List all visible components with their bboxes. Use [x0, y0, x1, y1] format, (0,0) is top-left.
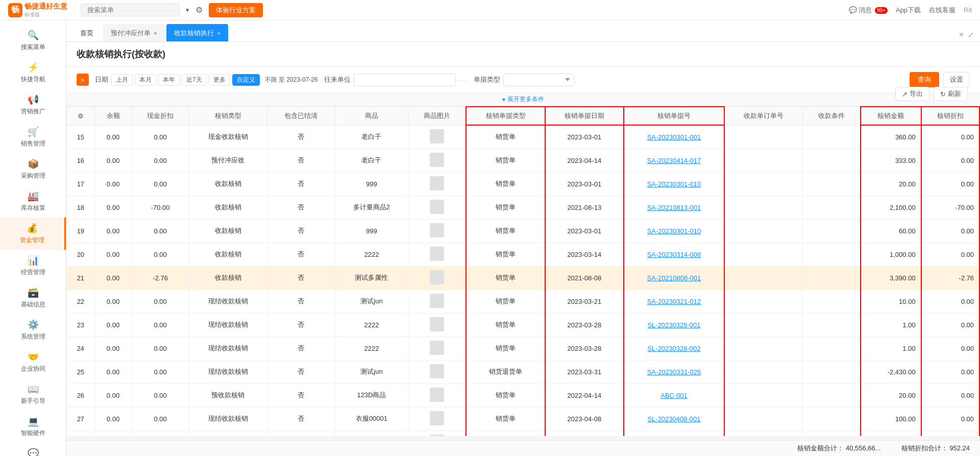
sidebar-item-marketing[interactable]: 📢 营销推广	[0, 89, 66, 121]
tab-home[interactable]: 首页	[72, 24, 101, 41]
sidebar-item-search[interactable]: 🔍 搜索菜单	[0, 25, 66, 57]
sidebar-item-base[interactable]: 🗃️ 基础信息	[0, 282, 66, 314]
cell-product-image	[408, 219, 466, 243]
cell-cancel-voucher-type: 销货单	[466, 172, 545, 196]
expand-btn[interactable]: »	[77, 74, 89, 86]
voucher-no-link[interactable]: ABC-001	[660, 392, 688, 399]
inventory-icon: 🏭	[28, 190, 39, 202]
cell-cancel-voucher-date: 2023-03-28	[545, 337, 624, 360]
cell-cancel-discount: -70.00	[921, 196, 979, 219]
cell-cash-discount: 0.00	[132, 219, 189, 243]
gear-icon[interactable]: ⚙	[195, 5, 203, 15]
marketing-icon: 📢	[28, 94, 39, 105]
cell-cancel-voucher-no[interactable]: SA-20210808-001	[624, 266, 724, 290]
date-btn-last-month[interactable]: 上月	[111, 74, 133, 86]
voucher-no-link[interactable]: SA-20230301-010	[647, 227, 701, 235]
settings-btn[interactable]: 设置	[943, 72, 970, 87]
sidebar-item-purchase[interactable]: 📦 采购管理	[0, 153, 66, 185]
voucher-no-link[interactable]: SA-20230331-026	[647, 368, 701, 376]
sidebar-item-collab[interactable]: 🤝 企业协同	[0, 346, 66, 378]
voucher-no-link[interactable]: SL-20230328-002	[647, 345, 700, 352]
date-btn-this-year[interactable]: 本年	[158, 74, 180, 86]
dropdown-btn[interactable]: ▾	[186, 6, 189, 14]
cell-cancel-voucher-no[interactable]: SA-20230301-010	[624, 219, 724, 243]
cell-cancel-amount: 3,390.00	[861, 266, 921, 290]
cancel-discount-total-label: 核销折扣合计：	[901, 444, 948, 452]
app-download-link[interactable]: App下载	[896, 6, 921, 15]
sidebar-item-guide[interactable]: 📖 新手引导	[0, 378, 66, 411]
cell-cancel-voucher-no[interactable]: SA-20210813-001	[624, 196, 724, 219]
voucher-no-link[interactable]: SL-20230408-001	[647, 415, 700, 423]
guide-icon: 📖	[28, 383, 39, 395]
tab-receipt-cancel-close[interactable]: ×	[217, 30, 220, 36]
messages-area[interactable]: 💬 消息 99+	[849, 6, 888, 15]
tab-close-all-icon[interactable]: ×	[959, 30, 964, 39]
date-btn-this-month[interactable]: 本月	[135, 74, 156, 86]
sidebar-item-shortcut[interactable]: ⚡ 快捷导航	[0, 57, 66, 89]
cell-cancel-voucher-no[interactable]: SL-20230328-001	[624, 313, 724, 337]
tab-receipt-cancel[interactable]: 收款核销执行 ×	[166, 24, 228, 41]
tab-prepay[interactable]: 预付冲应付单 ×	[103, 24, 164, 41]
voucher-no-link[interactable]: SA-20230301-010	[647, 180, 701, 188]
cell-cancel-voucher-no[interactable]: SA-20230321-012	[624, 290, 724, 313]
industry-solution-btn[interactable]: 体验行业方案	[209, 3, 263, 17]
voucher-no-link[interactable]: SA-20210813-001	[647, 204, 701, 211]
cell-include-cleared: 否	[267, 290, 335, 313]
page-header-actions: ↗ 导出 ↻ 刷新	[895, 87, 968, 101]
tab-prepay-close[interactable]: ×	[154, 30, 157, 36]
partner-input[interactable]	[354, 74, 456, 86]
export-btn[interactable]: ↗ 导出	[895, 87, 929, 101]
user-avatar[interactable]: Rit	[964, 6, 972, 14]
sidebar-item-sales[interactable]: 🛒 销售管理	[0, 121, 66, 153]
sidebar-item-system[interactable]: ⚙️ 系统管理	[0, 314, 66, 346]
search-input[interactable]	[81, 4, 180, 16]
sidebar-item-wechat[interactable]: 💬 企业微信	[0, 443, 66, 456]
cell-receipt-order-no	[724, 243, 803, 266]
cell-cancel-discount: 0.00	[921, 337, 979, 360]
online-support-link[interactable]: 在线客服	[929, 6, 955, 15]
voucher-no-link[interactable]: SA-20230414-017	[647, 157, 701, 164]
cell-cancel-voucher-no[interactable]: SL-20230408-001	[624, 407, 724, 430]
query-btn[interactable]: 查询	[910, 72, 939, 87]
cell-cancel-voucher-no[interactable]: SA-20230331-026	[624, 360, 724, 383]
cell-receipt-order-no	[724, 383, 803, 407]
cell-cancel-discount: 0.00	[921, 383, 979, 407]
table-header-row: ⚙ 余额 现金折扣 核销类型 包含已结清 商品 商品图片 核销单据类型 核销单据…	[67, 107, 980, 125]
voucher-type-select[interactable]	[503, 74, 575, 86]
cell-receipt-order-no	[724, 125, 803, 149]
expand-more-btn[interactable]: ▾ 展开更多条件	[502, 95, 544, 104]
cell-cancel-voucher-no[interactable]: SL-20230328-002	[624, 337, 724, 360]
voucher-no-link[interactable]: SA-20230321-012	[647, 298, 701, 305]
date-filter-group: 日期 上月 本月 本年 近7天 更多 自定义 不限 至 2023-07-26	[95, 74, 318, 86]
tab-bar: 首页 预付冲应付单 × 收款核销执行 × × ⤢	[66, 20, 980, 42]
voucher-no-link[interactable]: SL-20230328-001	[647, 321, 700, 329]
table-row: 21 0.00 -2.76 收款核销 否 测试多属性 销货单 2021-08-0…	[67, 266, 980, 290]
sidebar-item-finance[interactable]: 💰 资金管理	[0, 218, 66, 250]
partner-filter-group: 往来单位 ···	[324, 74, 468, 86]
col-settings-header[interactable]: ⚙	[67, 107, 95, 125]
cell-cancel-voucher-no[interactable]: ABC-001	[624, 383, 724, 407]
date-btn-custom[interactable]: 自定义	[232, 74, 260, 86]
cell-cancel-voucher-no[interactable]: SA-20230301-001	[624, 125, 724, 149]
date-btn-more[interactable]: 更多	[209, 74, 230, 86]
scrollbar-area[interactable]	[66, 436, 980, 440]
cell-cancel-voucher-no[interactable]: SA-20230314-008	[624, 243, 724, 266]
voucher-no-link[interactable]: SA-20210808-001	[647, 274, 701, 282]
voucher-no-link[interactable]: SA-20230301-001	[647, 133, 701, 141]
refresh-btn[interactable]: ↻ 刷新	[934, 87, 968, 101]
cell-cash-discount: 0.00	[132, 360, 189, 383]
voucher-no-link[interactable]: SA-20230314-008	[647, 251, 701, 258]
sidebar-item-business[interactable]: 📊 经营管理	[0, 250, 66, 282]
cell-cash-discount: -70.00	[132, 196, 189, 219]
cell-cancel-voucher-no[interactable]: SA-20230414-017	[624, 149, 724, 172]
filter-bar: » 日期 上月 本月 本年 近7天 更多 自定义 不限 至 2023-07-26…	[66, 67, 980, 93]
date-btn-7days[interactable]: 近7天	[182, 74, 207, 86]
cell-include-cleared: 否	[267, 219, 335, 243]
cell-cash-discount: 0.00	[132, 313, 189, 337]
cancel-discount-total: 核销折扣合计： 952.24	[901, 444, 970, 453]
cell-cancel-voucher-no[interactable]: SA-20230301-010	[624, 172, 724, 196]
sidebar-item-inventory[interactable]: 🏭 库存核算	[0, 185, 66, 218]
cell-cancel-voucher-no[interactable]: SL-20230418-001	[624, 430, 724, 436]
sidebar-item-hardware[interactable]: 💻 智能硬件	[0, 411, 66, 443]
tab-maximize-icon[interactable]: ⤢	[968, 31, 974, 39]
